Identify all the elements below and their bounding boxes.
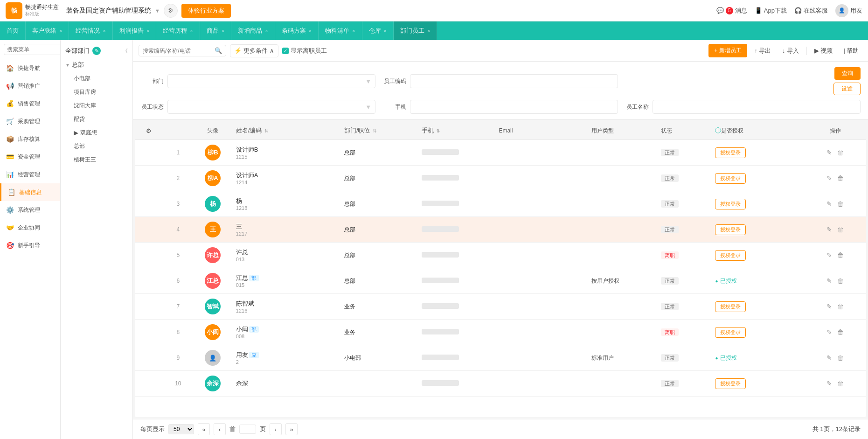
close-icon[interactable]: × — [190, 28, 193, 34]
sidebar-item-collab[interactable]: 🤝 企业协同 — [0, 219, 60, 237]
tab-employees[interactable]: 部门员工 × — [394, 21, 437, 40]
delete-btn[interactable]: 🗑 — [835, 148, 846, 157]
last-page-btn[interactable]: » — [285, 423, 298, 435]
auth-btn[interactable]: 授权登录 — [715, 224, 746, 235]
dept-edit-icon[interactable]: ✎ — [92, 47, 101, 55]
sidebar-item-quick-nav[interactable]: 🏠 快捷导航 — [0, 59, 60, 77]
delete-btn[interactable]: 🗑 — [835, 328, 846, 337]
dept-item-xiangmu[interactable]: 项目库房 — [64, 85, 132, 99]
sort-phone-icon[interactable]: ⇅ — [436, 128, 440, 133]
edit-btn[interactable]: ✎ — [825, 379, 834, 388]
dept-item-zongbu-child[interactable]: 总部 — [64, 139, 132, 153]
prev-page-btn[interactable]: ‹ — [214, 423, 226, 435]
dept-item-peihuo[interactable]: 配货 — [64, 112, 132, 126]
close-icon[interactable]: × — [103, 28, 105, 34]
col-settings-icon[interactable]: ⚙ — [146, 127, 152, 134]
sidebar-item-marketing[interactable]: 📢 营销推广 — [0, 77, 60, 95]
tab-goods[interactable]: 商品 × — [200, 21, 231, 40]
tab-history[interactable]: 经营历程 × — [156, 21, 200, 40]
tab-home[interactable]: 首页 — [0, 21, 26, 40]
sort-dept-icon[interactable]: ⇅ — [373, 128, 376, 133]
add-employee-btn[interactable]: + 新增员工 — [708, 44, 747, 57]
tab-warehouse[interactable]: 仓库 × — [362, 21, 394, 40]
close-icon[interactable]: × — [352, 28, 355, 34]
sidebar-item-purchase[interactable]: 🛒 采购管理 — [0, 112, 60, 130]
sidebar-item-operations[interactable]: 📊 经营管理 — [0, 166, 60, 183]
filter-code-input[interactable] — [410, 74, 618, 88]
dept-item-xiaodian[interactable]: 小电部 — [64, 72, 132, 85]
app-download-btn[interactable]: 📱 App下载 — [755, 7, 787, 15]
filter-name-input[interactable] — [653, 100, 861, 114]
delete-btn[interactable]: 🗑 — [835, 276, 846, 286]
close-icon[interactable]: × — [384, 28, 387, 34]
dept-parent-zongbu[interactable]: ▼ 总部 — [61, 58, 132, 72]
search-input[interactable] — [143, 48, 213, 54]
dept-item-zhishu[interactable]: 植树王三 — [64, 153, 132, 167]
close-icon[interactable]: × — [309, 28, 312, 34]
sidebar-item-finance[interactable]: 💳 资金管理 — [0, 148, 60, 166]
sidebar-item-inventory[interactable]: 📦 库存核算 — [0, 130, 60, 148]
edit-btn[interactable]: ✎ — [825, 302, 834, 311]
sort-name-icon[interactable]: ⇅ — [264, 128, 268, 133]
delete-btn[interactable]: 🗑 — [835, 379, 846, 388]
auth-btn[interactable]: 授权登录 — [715, 378, 746, 389]
edit-btn[interactable]: ✎ — [825, 353, 834, 362]
delete-btn[interactable]: 🗑 — [835, 225, 846, 234]
tab-add-goods[interactable]: 新增商品 × — [231, 21, 275, 40]
tab-profit[interactable]: 利润报告 × — [113, 21, 156, 40]
close-icon[interactable]: × — [265, 28, 268, 34]
tab-bom[interactable]: 物料清单 × — [319, 21, 362, 40]
tab-customer[interactable]: 客户联络 × — [26, 21, 69, 40]
filter-dept-select[interactable]: ▼ — [167, 74, 375, 88]
online-service-btn[interactable]: 🎧 在线客服 — [794, 7, 828, 15]
query-btn[interactable]: 查询 — [834, 67, 861, 80]
delete-btn[interactable]: 🗑 — [835, 174, 846, 183]
sidebar-search-input[interactable] — [4, 44, 61, 55]
help-btn[interactable]: | 帮助 — [840, 45, 862, 57]
per-page-select[interactable]: 50 100 — [168, 424, 194, 434]
system-dropdown-icon[interactable]: ▼ — [155, 8, 160, 14]
next-page-btn[interactable]: › — [270, 423, 282, 435]
dept-collapse-icon[interactable]: 《 — [123, 48, 128, 55]
close-icon[interactable]: × — [427, 28, 430, 34]
dept-item-shenyang[interactable]: 沈阳大库 — [64, 99, 132, 112]
user-info[interactable]: 👤 用友 — [835, 4, 862, 17]
tab-operations[interactable]: 经营情况 × — [69, 21, 112, 40]
more-conditions-btn[interactable]: ⚡ 更多条件 ∧ — [230, 44, 278, 57]
delete-btn[interactable]: 🗑 — [835, 302, 846, 311]
import-btn[interactable]: ↓ 导入 — [778, 45, 803, 57]
show-resigned-checkbox[interactable]: ✓ 显示离职员工 — [282, 47, 327, 55]
edit-btn[interactable]: ✎ — [825, 328, 834, 337]
auth-btn[interactable]: 授权登录 — [715, 173, 746, 184]
close-icon[interactable]: × — [146, 28, 149, 34]
edit-btn[interactable]: ✎ — [825, 251, 834, 260]
auth-btn[interactable]: 授权登录 — [715, 250, 746, 261]
trial-btn[interactable]: 体验行业方案 — [181, 4, 231, 18]
tab-barcode[interactable]: 条码方案 × — [275, 21, 319, 40]
page-input[interactable]: 1 — [239, 425, 256, 434]
video-btn[interactable]: ▶ 视频 — [811, 45, 836, 57]
close-icon[interactable]: × — [222, 28, 224, 34]
auth-btn[interactable]: 授权登录 — [715, 147, 746, 158]
settings-btn[interactable]: ⚙ — [164, 4, 178, 18]
edit-btn[interactable]: ✎ — [825, 276, 834, 286]
edit-btn[interactable]: ✎ — [825, 174, 834, 183]
auth-btn[interactable]: 授权登录 — [715, 199, 746, 209]
export-btn[interactable]: ↑ 导出 — [751, 45, 775, 57]
sidebar-item-basic-info[interactable]: 📋 基础信息 — [0, 183, 60, 201]
first-page-btn[interactable]: « — [198, 423, 210, 435]
edit-btn[interactable]: ✎ — [825, 148, 834, 157]
filter-status-select[interactable]: ▼ — [167, 100, 375, 114]
auth-btn[interactable]: 授权登录 — [715, 327, 746, 338]
edit-btn[interactable]: ✎ — [825, 225, 834, 234]
sidebar-item-system[interactable]: ⚙️ 系统管理 — [0, 201, 60, 219]
filter-phone-input[interactable] — [410, 100, 618, 114]
reset-btn[interactable]: 设置 — [833, 83, 861, 95]
sidebar-item-guide[interactable]: 🎯 新手引导 — [0, 237, 60, 254]
message-btn[interactable]: 💬 5 消息 — [716, 7, 747, 15]
delete-btn[interactable]: 🗑 — [835, 353, 846, 362]
close-icon[interactable]: × — [59, 28, 62, 34]
edit-btn[interactable]: ✎ — [825, 199, 834, 209]
delete-btn[interactable]: 🗑 — [835, 251, 846, 260]
auth-btn[interactable]: 授权登录 — [715, 301, 746, 312]
